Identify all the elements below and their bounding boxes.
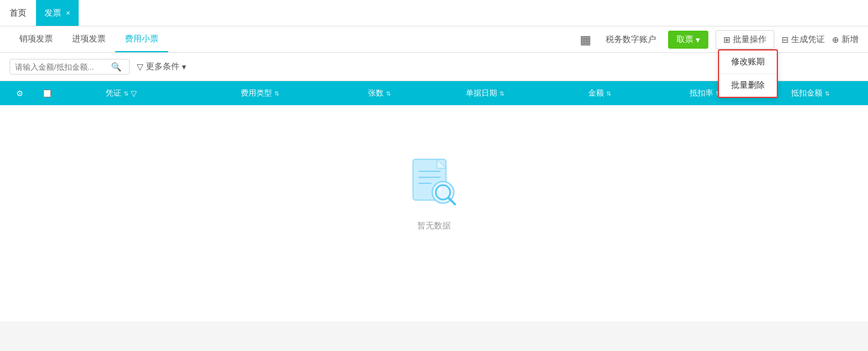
qr-button[interactable]: ▦ [577,30,594,49]
search-icon-button[interactable]: 🔍 [111,62,121,72]
th-date-label: 单据日期 [466,88,497,99]
batch-op-dropdown: 修改账期 批量删除 [718,49,778,98]
svg-point-8 [438,188,442,191]
generate-voucher-button[interactable]: ⊟ 生成凭证 [782,34,825,45]
batch-op-button[interactable]: ⊞ 批量操作 [716,30,774,49]
th-settings: ⚙ [5,89,35,98]
settings-icon: ⚙ [16,89,23,98]
expense-sort-icon[interactable]: ⇅ [274,90,279,97]
th-count-label: 张数 [368,88,384,99]
add-button[interactable]: ⊕ 新增 [832,34,858,45]
active-tab[interactable]: 发票 × [36,0,79,26]
main-content: ⚙ 凭证 ⇅ ▽ 费用类型 ⇅ 张数 ⇅ 单据日期 ⇅ 金额 ⇅ 抵扣率 ⇅ [0,81,868,322]
filter-icon: ▽ [137,62,143,72]
more-conditions-button[interactable]: ▽ 更多条件 ▾ [137,61,186,72]
top-nav: 首页 发票 × [0,0,868,26]
voucher-filter-icon[interactable]: ▽ [131,89,137,98]
th-rate-label: 抵扣率 [690,88,713,99]
th-amount: 金额 ⇅ [547,88,653,99]
empty-state: 暂无数据 [0,105,868,255]
generate-label: 生成凭证 [791,34,825,45]
batch-delete-item[interactable]: 批量删除 [719,74,777,97]
empty-illustration [404,153,464,213]
empty-text: 暂无数据 [417,221,451,231]
th-expense-label: 费用类型 [241,88,272,99]
count-sort-icon[interactable]: ⇅ [386,90,391,97]
qupiao-arrow-icon: ▾ [696,35,700,44]
sub-tabs: 销项发票 进项发票 费用小票 [10,26,168,52]
search-input[interactable] [15,63,111,72]
add-icon: ⊕ [832,35,839,44]
batch-op-label: 批量操作 [733,34,767,45]
home-link[interactable]: 首页 [0,0,36,26]
th-voucher: 凭证 ⇅ ▽ [59,88,183,99]
tab-input[interactable]: 进项发票 [62,26,115,52]
th-amount-label: 金额 [588,88,604,99]
deduct-sort-icon[interactable]: ⇅ [825,90,830,97]
select-all-checkbox[interactable] [43,90,51,97]
action-buttons: ▦ 税务数字账户 取票 ▾ ⊞ 批量操作 ⊟ 生成凭证 ⊕ 新增 [577,30,858,49]
active-tab-label: 发票 [44,8,61,19]
th-voucher-label: 凭证 [106,88,121,99]
qupiao-button[interactable]: 取票 ▾ [668,31,708,49]
tax-account-button[interactable]: 税务数字账户 [601,32,661,47]
more-conditions-label: 更多条件 [146,61,179,72]
voucher-sort-icon[interactable]: ⇅ [124,90,128,97]
add-label: 新增 [842,34,858,45]
qupiao-label: 取票 [677,34,693,45]
close-tab-icon[interactable]: × [66,9,70,17]
tab-sales[interactable]: 销项发票 [10,26,62,52]
amount-sort-icon[interactable]: ⇅ [606,90,611,97]
generate-icon: ⊟ [782,35,789,44]
th-count: 张数 ⇅ [337,88,423,99]
th-check[interactable] [35,90,59,97]
more-conditions-arrow-icon: ▾ [182,62,186,72]
tab-expense[interactable]: 费用小票 [115,26,168,52]
date-sort-icon[interactable]: ⇅ [499,90,504,97]
batch-icon: ⊞ [723,35,731,44]
search-wrap: 🔍 [10,59,130,75]
th-date: 单据日期 ⇅ [423,88,547,99]
th-deduct-label: 抵扣金额 [791,88,822,99]
th-expense: 费用类型 ⇅ [183,88,336,99]
modify-period-item[interactable]: 修改账期 [719,50,777,73]
